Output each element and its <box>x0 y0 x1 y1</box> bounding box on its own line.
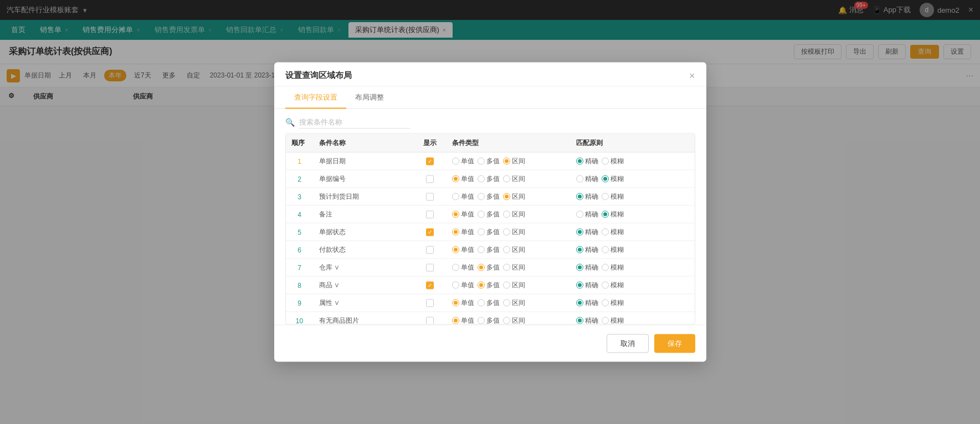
radio-type-item[interactable]: 多值 <box>478 263 500 272</box>
radio-dot <box>503 299 510 307</box>
cancel-btn[interactable]: 取消 <box>607 334 649 353</box>
row-show-checkbox[interactable] <box>413 171 447 187</box>
radio-match-item[interactable]: 模糊 <box>602 281 624 290</box>
checkbox[interactable] <box>426 175 434 183</box>
radio-label: 单值 <box>461 192 474 201</box>
radio-label: 区间 <box>512 281 525 290</box>
radio-dot <box>576 175 583 183</box>
radio-type-item[interactable]: 单值 <box>452 298 474 308</box>
radio-type-item[interactable]: 区间 <box>503 174 525 184</box>
row-show-checkbox[interactable] <box>413 295 447 311</box>
row-order: 8 <box>286 277 314 293</box>
row-name: 单据日期 <box>314 153 413 170</box>
radio-type-item[interactable]: 多值 <box>478 281 500 290</box>
radio-match-item[interactable]: 精确 <box>576 316 598 324</box>
radio-match-item[interactable]: 模糊 <box>602 245 624 255</box>
radio-label: 区间 <box>512 245 525 255</box>
row-show-checkbox[interactable] <box>413 277 447 293</box>
radio-match-item[interactable]: 模糊 <box>602 157 624 166</box>
radio-type-item[interactable]: 区间 <box>503 245 525 255</box>
row-type-group: 单值多值区间 <box>447 206 571 223</box>
radio-type-item[interactable]: 区间 <box>503 157 525 166</box>
row-show-checkbox[interactable] <box>413 153 447 169</box>
checkbox[interactable] <box>426 157 434 165</box>
radio-type-item[interactable]: 单值 <box>452 192 474 201</box>
radio-type-item[interactable]: 区间 <box>503 298 525 308</box>
tab-query-field-settings[interactable]: 查询字段设置 <box>285 87 346 109</box>
checkbox[interactable] <box>426 281 434 289</box>
row-show-checkbox[interactable] <box>413 260 447 275</box>
radio-type-item[interactable]: 单值 <box>452 210 474 219</box>
radio-label: 多值 <box>486 192 500 201</box>
radio-type-item[interactable]: 单值 <box>452 245 474 255</box>
row-show-checkbox[interactable] <box>413 242 447 257</box>
radio-match-item[interactable]: 模糊 <box>602 210 624 219</box>
radio-type-item[interactable]: 多值 <box>478 210 500 219</box>
radio-type-item[interactable]: 多值 <box>478 298 500 308</box>
tab-layout-adjustment[interactable]: 布局调整 <box>346 87 393 109</box>
radio-type-item[interactable]: 区间 <box>503 210 525 219</box>
radio-match-item[interactable]: 模糊 <box>602 227 624 237</box>
checkbox[interactable] <box>426 246 434 254</box>
modal-table-body: 1单据日期单值多值区间精确模糊2单据编号单值多值区间精确模糊3预计到货日期单值多… <box>286 153 695 324</box>
checkbox[interactable] <box>426 193 434 200</box>
modal-footer: 取消 保存 <box>274 325 706 362</box>
radio-type-item[interactable]: 单值 <box>452 157 474 166</box>
search-input[interactable] <box>299 116 410 129</box>
radio-match-item[interactable]: 精确 <box>576 157 598 166</box>
checkbox[interactable] <box>426 210 434 218</box>
radio-label: 多值 <box>486 298 500 308</box>
radio-match-item[interactable]: 精确 <box>576 281 598 290</box>
radio-match-item[interactable]: 模糊 <box>602 263 624 272</box>
radio-match-item[interactable]: 精确 <box>576 245 598 255</box>
radio-match-item[interactable]: 模糊 <box>602 174 624 184</box>
radio-match-item[interactable]: 精确 <box>576 298 598 308</box>
radio-match-item[interactable]: 精确 <box>576 210 598 219</box>
radio-type-item[interactable]: 多值 <box>478 245 500 255</box>
row-show-checkbox[interactable] <box>413 313 447 324</box>
radio-match-item[interactable]: 精确 <box>576 227 598 237</box>
radio-match-item[interactable]: 精确 <box>576 192 598 201</box>
radio-label: 多值 <box>486 210 500 219</box>
modal-close-btn[interactable]: × <box>689 70 695 80</box>
radio-type-item[interactable]: 多值 <box>478 316 500 324</box>
radio-match-item[interactable]: 精确 <box>576 174 598 184</box>
save-btn[interactable]: 保存 <box>654 334 695 353</box>
table-row: 1单据日期单值多值区间精确模糊 <box>286 153 695 170</box>
row-show-checkbox[interactable] <box>413 206 447 222</box>
radio-match-item[interactable]: 模糊 <box>602 298 624 308</box>
row-show-checkbox[interactable] <box>413 224 447 240</box>
radio-match-item[interactable]: 模糊 <box>602 192 624 201</box>
radio-type-item[interactable]: 多值 <box>478 157 500 166</box>
checkbox[interactable] <box>426 228 434 236</box>
row-match-group: 精确模糊 <box>571 224 695 241</box>
radio-label: 精确 <box>585 281 598 290</box>
radio-type-item[interactable]: 多值 <box>478 227 500 237</box>
radio-type-item[interactable]: 单值 <box>452 227 474 237</box>
radio-type-item[interactable]: 区间 <box>503 316 525 324</box>
radio-label: 模糊 <box>610 192 624 201</box>
radio-label: 多值 <box>486 174 500 184</box>
radio-type-item[interactable]: 区间 <box>503 227 525 237</box>
radio-dot <box>576 158 583 165</box>
radio-type-item[interactable]: 单值 <box>452 316 474 324</box>
radio-type-item[interactable]: 单值 <box>452 263 474 272</box>
radio-label: 多值 <box>486 263 500 272</box>
radio-type-item[interactable]: 多值 <box>478 174 500 184</box>
radio-type-item[interactable]: 单值 <box>452 174 474 184</box>
radio-type-item[interactable]: 区间 <box>503 192 525 201</box>
checkbox[interactable] <box>426 299 434 307</box>
table-row: 5单据状态单值多值区间精确模糊 <box>286 224 695 241</box>
radio-match-item[interactable]: 模糊 <box>602 316 624 324</box>
radio-dot <box>452 193 459 200</box>
row-type-group: 单值多值区间 <box>447 294 571 312</box>
checkbox[interactable] <box>426 263 434 271</box>
checkbox[interactable] <box>426 317 434 324</box>
row-match-group: 精确模糊 <box>571 259 695 276</box>
row-show-checkbox[interactable] <box>413 189 447 204</box>
radio-type-item[interactable]: 区间 <box>503 263 525 272</box>
radio-type-item[interactable]: 单值 <box>452 281 474 290</box>
radio-type-item[interactable]: 区间 <box>503 281 525 290</box>
radio-match-item[interactable]: 精确 <box>576 263 598 272</box>
radio-type-item[interactable]: 多值 <box>478 192 500 201</box>
